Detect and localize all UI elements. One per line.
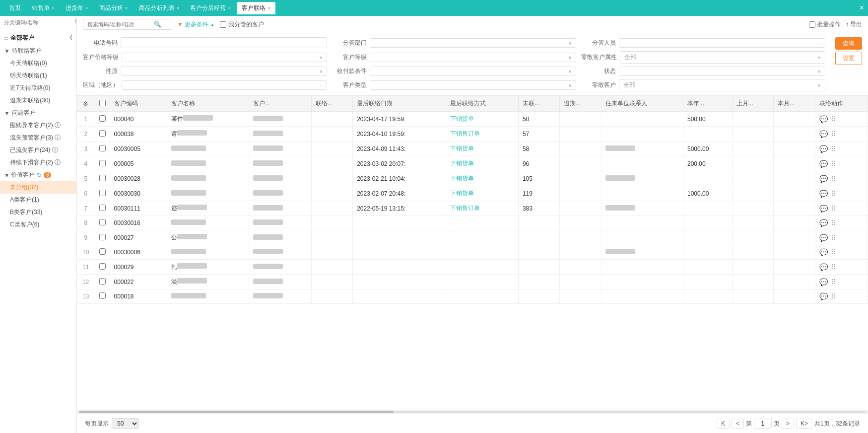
row-select-checkbox[interactable] [99,145,106,151]
prev-page-btn[interactable]: < [732,419,744,429]
close-tab-purchase[interactable]: × [85,5,88,11]
more-icon[interactable]: ⠿ [831,234,836,242]
sidebar-all-customers[interactable]: :: 全部客户 《 [0,31,76,45]
row-checkbox[interactable] [95,289,110,304]
chat-icon[interactable]: 💬 [819,292,828,300]
more-icon[interactable]: ⠿ [831,175,836,183]
my-customers-checkbox[interactable] [220,21,226,28]
sidebar-item-a-class[interactable]: A类客户(1) [0,194,76,206]
more-icon[interactable]: ⠿ [831,115,836,123]
chat-icon[interactable]: 💬 [819,145,828,153]
more-icon[interactable]: ⠿ [831,263,836,271]
chat-icon[interactable]: 💬 [819,190,828,198]
row-checkbox[interactable] [95,186,110,201]
batch-op-btn[interactable]: 批量操作 [809,20,841,29]
section-pending-contact[interactable]: ▼ 待联络客户 [0,45,76,57]
person-select[interactable]: ··· [619,38,825,48]
row-checkbox[interactable] [95,275,110,289]
price-grade-select[interactable]: ∨ [122,53,327,62]
row-checkbox[interactable] [95,260,110,275]
more-icon[interactable]: ⠿ [831,145,836,153]
sidebar-item-b-class[interactable]: B类客户(33) [0,206,76,218]
more-icon[interactable]: ⠿ [831,292,836,300]
scatter-attr-select[interactable]: 全部 ∨ [620,51,825,64]
row-checkbox[interactable] [95,171,110,186]
sidebar-item-declining[interactable]: 持续下滑客户(2) ⓘ [0,156,76,169]
page-input[interactable] [754,419,772,429]
row-select-checkbox[interactable] [99,115,106,122]
refresh-icon[interactable]: ↻ [37,172,42,179]
collapse-icon[interactable]: 《 [67,34,72,42]
next-page-btn[interactable]: > [782,419,794,429]
row-select-checkbox[interactable] [99,248,106,255]
row-select-checkbox[interactable] [99,292,106,299]
row-checkbox[interactable] [95,245,110,260]
sidebar-item-churned[interactable]: 已流失客户(24) ⓘ [0,144,76,156]
chat-icon[interactable]: 💬 [819,130,828,138]
dept-select[interactable]: ∨ [370,38,576,48]
more-icon[interactable]: ⠿ [831,130,836,138]
nature-select[interactable]: ∨ [121,67,327,76]
chat-icon[interactable]: 💬 [819,278,828,286]
cust-type-select[interactable]: ∨ [370,80,576,90]
filter-search-icon[interactable]: 🔍 [154,21,161,28]
sidebar-search-input[interactable] [4,19,72,25]
per-page-select[interactable]: 50 100 200 [112,418,139,429]
more-icon[interactable]: ⠿ [831,190,836,198]
row-checkbox[interactable] [95,230,110,245]
query-button[interactable]: 查询 [835,37,862,50]
sidebar-item-hoarding-abnormal[interactable]: 囤购异常客户(2) ⓘ [0,119,76,132]
chat-icon[interactable]: 💬 [819,234,828,242]
row-checkbox[interactable] [95,216,110,230]
row-select-checkbox[interactable] [99,219,106,225]
chat-icon[interactable]: 💬 [819,205,828,213]
sidebar-item-overdue-pending[interactable]: 逾期未联络(30) [0,94,76,107]
tab-sales[interactable]: 销售单 × [27,2,60,14]
more-icon[interactable]: ⠿ [831,160,836,168]
close-tab-customer-contact[interactable]: × [267,5,270,11]
chat-icon[interactable]: 💬 [819,248,828,256]
chat-icon[interactable]: 💬 [819,175,828,183]
region-select[interactable]: ··· [122,80,327,90]
tab-customer-contact[interactable]: 客户联络 × [237,2,275,14]
sidebar-item-ungroups[interactable]: 未分组(32) [0,181,76,194]
reset-button[interactable]: 设置 [835,52,862,65]
row-checkbox[interactable] [95,142,110,156]
more-icon[interactable]: ⠿ [831,205,836,213]
batch-op-checkbox[interactable] [809,21,815,28]
row-select-checkbox[interactable] [99,263,106,270]
chat-icon[interactable]: 💬 [819,219,828,227]
row-checkbox[interactable] [95,156,110,171]
tab-home[interactable]: 首页 [4,2,26,14]
close-all-tabs[interactable]: × [860,3,864,12]
payment-select[interactable]: ∨ [370,67,576,76]
close-tab-product-analysis[interactable]: × [125,5,128,11]
horizontal-scrollbar[interactable] [77,410,868,414]
export-btn[interactable]: ↑ 导出 [846,20,862,29]
my-customers-toggle[interactable]: 我分管的客户 [220,20,264,29]
row-checkbox[interactable] [95,127,110,142]
select-all-checkbox[interactable] [99,100,106,106]
first-page-btn[interactable]: K [717,419,730,429]
section-problem-customers[interactable]: ▼ 问题客户 [0,107,76,119]
sidebar-item-churn-warning[interactable]: 流失预警客户(3) ⓘ [0,132,76,144]
section-value-customers[interactable]: ▼ 价值客户 ↻ 8 [0,169,76,181]
tab-purchase[interactable]: 进货单 × [61,2,93,14]
cust-grade-select[interactable]: ∨ [370,53,576,62]
row-select-checkbox[interactable] [99,190,106,196]
filter-search-input[interactable] [87,21,152,27]
settings-col-header[interactable]: ⚙ [77,96,95,112]
more-icon[interactable]: ⠿ [831,248,836,256]
sidebar-item-today-pending[interactable]: 今天待联络(0) [0,57,76,70]
chat-icon[interactable]: 💬 [819,160,828,168]
tab-customer-segment[interactable]: 客户分层经营 × [185,2,236,14]
row-select-checkbox[interactable] [99,130,106,137]
close-tab-customer-segment[interactable]: × [228,5,231,11]
row-select-checkbox[interactable] [99,278,106,285]
row-select-checkbox[interactable] [99,205,106,211]
close-tab-sales[interactable]: × [52,5,55,11]
sidebar-item-tomorrow-pending[interactable]: 明天待联络(1) [0,70,76,82]
row-checkbox[interactable] [95,112,110,127]
close-tab-product-list[interactable]: × [177,5,180,11]
row-select-checkbox[interactable] [99,160,106,166]
